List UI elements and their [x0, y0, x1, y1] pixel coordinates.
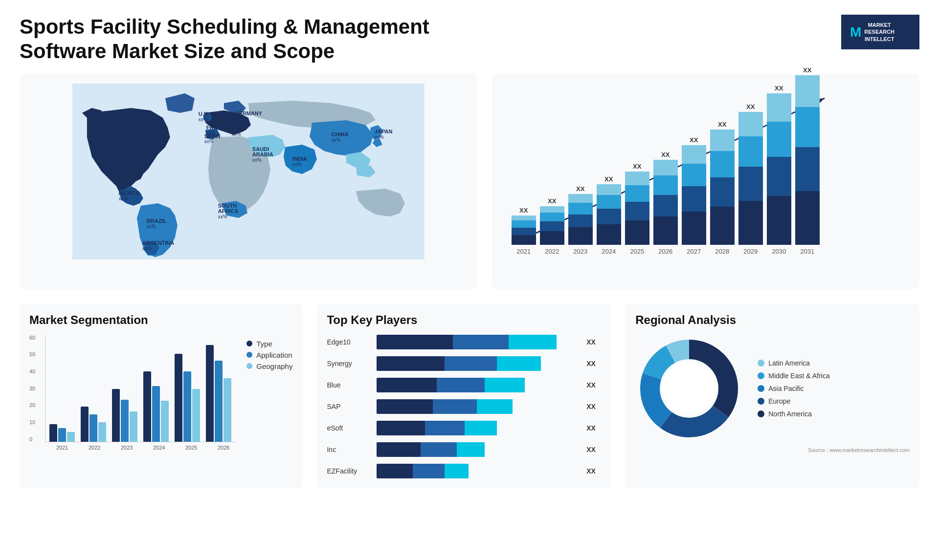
x-label-2021: 2021: [512, 248, 536, 255]
svg-text:xx%: xx%: [332, 137, 341, 143]
regional-section: Regional Analysis: [626, 303, 919, 488]
svg-text:xx%: xx%: [252, 157, 262, 163]
seg-x-2026: 2026: [210, 445, 237, 451]
player-value-sap: XX: [586, 403, 601, 410]
seg-x-labels: 2021 2022 2023 2024 2025 2026: [49, 445, 237, 451]
bar-2030: XX: [767, 85, 791, 245]
legend-dot-type: [246, 341, 252, 346]
player-bar-seg1-synergy: [377, 356, 445, 371]
bar-value-2022: XX: [548, 197, 556, 205]
player-bar-esoft: [377, 421, 577, 435]
regional-title: Regional Analysis: [635, 313, 910, 327]
player-bar-sap: [377, 399, 577, 414]
player-row-synergy: Synergy XX: [327, 356, 601, 371]
legend-label-geography: Geography: [256, 362, 292, 370]
svg-text:xx%: xx%: [218, 214, 227, 219]
player-value-ezfacility: XX: [586, 467, 601, 475]
legend-asia-pacific: Asia Pacific: [758, 385, 829, 392]
player-bar-bg-esoft: [377, 421, 577, 435]
player-value-inc: XX: [586, 446, 601, 453]
svg-text:xx%: xx%: [119, 196, 128, 201]
legend-label-application: Application: [256, 351, 292, 359]
bar-value-2030: XX: [775, 85, 783, 92]
player-bar-blue: [377, 378, 577, 392]
x-label-2026: 2026: [653, 248, 678, 255]
svg-point-40: [662, 362, 716, 415]
world-map-container: CANADA xx% U.S. xx% MEXICO xx% BRAZIL xx…: [29, 84, 468, 259]
bar-2022: XX: [540, 197, 564, 245]
seg-x-2023: 2023: [113, 445, 140, 451]
legend-application: Application: [246, 351, 292, 359]
donut-container: Latin America Middle East & Africa Asia …: [635, 335, 910, 442]
legend-dot-geography: [246, 363, 252, 369]
player-bar-seg2-inc: [421, 442, 457, 457]
player-value-edge10: XX: [586, 338, 601, 346]
donut-legend: Latin America Middle East & Africa Asia …: [758, 359, 829, 418]
seg-x-2021: 2021: [49, 445, 75, 451]
seg-bar-type-2024: [143, 371, 151, 442]
source-text: Source : www.marketresearchintellect.com: [635, 447, 910, 453]
player-row-inc: Inc XX: [327, 442, 601, 457]
seg-group-2021: [49, 424, 75, 442]
x-label-2027: 2027: [682, 248, 706, 255]
seg-bar-app-2026: [215, 361, 223, 442]
seg-bars: [45, 335, 237, 442]
y-label-50: 50: [29, 351, 35, 357]
svg-text:ARGENTINA: ARGENTINA: [142, 240, 174, 246]
svg-text:BRAZIL: BRAZIL: [147, 218, 167, 224]
seg-chart-area: 60 50 40 30 20 10 0: [29, 335, 292, 451]
y-label-0: 0: [29, 436, 35, 442]
svg-text:CANADA: CANADA: [129, 122, 152, 128]
svg-text:AFRICA: AFRICA: [218, 208, 239, 214]
player-row-blue: Blue XX: [327, 378, 601, 392]
map-section: CANADA xx% U.S. xx% MEXICO xx% BRAZIL xx…: [20, 74, 477, 289]
seg-bar-type-2021: [49, 424, 57, 442]
player-bar-seg2-synergy: [445, 356, 496, 371]
svg-text:xx%: xx%: [375, 134, 384, 140]
bar-value-2027: XX: [690, 136, 698, 144]
seg-x-2022: 2022: [81, 445, 108, 451]
bar-2021: XX: [512, 207, 536, 245]
bar-2029: XX: [738, 103, 763, 245]
bar-2028: XX: [710, 121, 735, 245]
x-label-2024: 2024: [597, 248, 621, 255]
legend-text-asia-pacific: Asia Pacific: [768, 385, 804, 392]
seg-bar-app-2023: [121, 400, 129, 442]
page-title: Sports Facility Scheduling & Management …: [20, 15, 460, 64]
bar-2027: XX: [682, 136, 706, 245]
bar-2026: XX: [653, 151, 678, 245]
seg-y-axis: 60 50 40 30 20 10 0: [29, 335, 35, 442]
seg-bar-type-2026: [206, 345, 214, 442]
x-label-2022: 2022: [540, 248, 564, 255]
bar-value-2024: XX: [604, 175, 613, 183]
svg-text:U.S.: U.S.: [106, 151, 116, 157]
svg-text:xx%: xx%: [129, 128, 138, 133]
y-label-20: 20: [29, 402, 35, 408]
player-bar-seg3-esoft: [465, 421, 496, 435]
player-bar-seg1-blue: [377, 378, 437, 392]
seg-x-2025: 2025: [178, 445, 204, 451]
bottom-row: Market Segmentation 60 50 40 30 20 10 0: [20, 303, 919, 488]
seg-bar-geo-2025: [192, 389, 200, 442]
svg-text:xx%: xx%: [292, 162, 302, 167]
player-row-sap: SAP XX: [327, 399, 601, 414]
seg-bar-geo-2026: [224, 378, 231, 442]
bar-chart-x-labels: 2021 2022 2023 2024 2025 2026 2027 2028 …: [507, 248, 905, 255]
x-label-2030: 2030: [767, 248, 791, 255]
svg-text:GERMANY: GERMANY: [235, 110, 263, 116]
svg-text:MEXICO: MEXICO: [119, 190, 140, 196]
logo-area: M MARKET RESEARCH INTELLECT: [841, 15, 919, 49]
svg-text:xx%: xx%: [204, 139, 214, 144]
player-bar-seg2-blue: [437, 378, 485, 392]
player-bar-seg3-synergy: [497, 356, 541, 371]
player-bar-seg2-esoft: [425, 421, 465, 435]
logo-letter: M: [850, 22, 861, 42]
logo-line2: RESEARCH: [864, 28, 894, 35]
logo-top: M MARKET RESEARCH INTELLECT: [850, 22, 911, 43]
seg-bar-app-2024: [152, 386, 160, 442]
svg-text:xx%: xx%: [106, 157, 115, 163]
svg-text:JAPAN: JAPAN: [375, 129, 393, 134]
player-bar-ezfacility: [377, 464, 577, 478]
player-bar-inc: [377, 442, 577, 457]
bar-2024: XX: [597, 175, 621, 245]
